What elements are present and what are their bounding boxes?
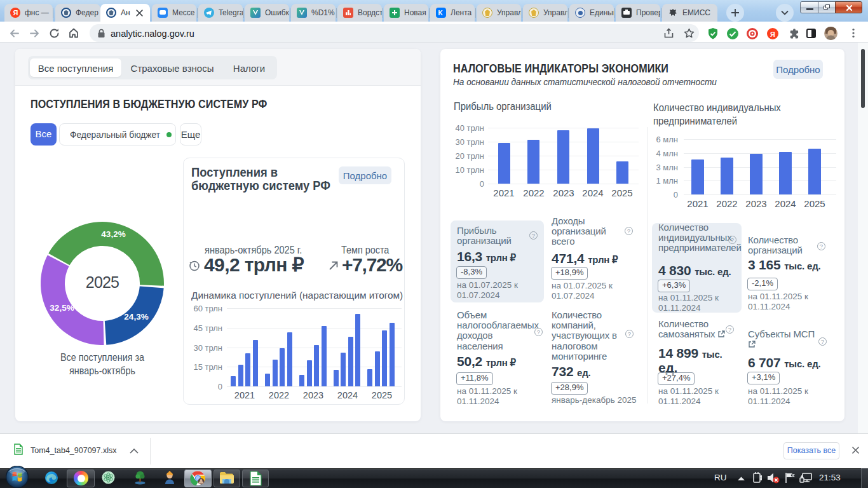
svg-text:24,3%: 24,3% <box>124 312 148 322</box>
svg-text:32,5%: 32,5% <box>50 303 74 313</box>
svg-text:Я: Я <box>770 30 775 38</box>
svg-text:43,2%: 43,2% <box>101 229 125 239</box>
